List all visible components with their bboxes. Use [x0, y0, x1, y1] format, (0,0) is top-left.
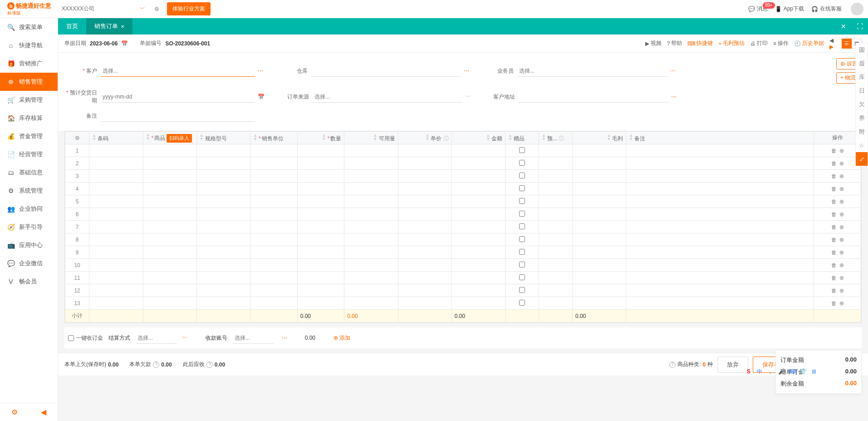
cell[interactable]: [297, 144, 344, 157]
cell[interactable]: [143, 144, 196, 157]
table-row[interactable]: 13🗑⊕: [65, 297, 861, 310]
sidebar-item[interactable]: ⌂快捷导航: [0, 36, 58, 54]
cell[interactable]: [451, 272, 505, 284]
cell[interactable]: [539, 246, 573, 259]
cell[interactable]: [451, 208, 505, 221]
cell[interactable]: [451, 144, 505, 157]
dock-item[interactable]: 欠: [856, 98, 868, 111]
cell[interactable]: [626, 233, 814, 246]
cell[interactable]: [626, 183, 814, 195]
table-row[interactable]: 8🗑⊕: [65, 233, 861, 246]
delete-icon[interactable]: 🗑: [831, 160, 837, 167]
sort-icon[interactable]: ▲▼: [508, 134, 512, 141]
delete-icon[interactable]: 🗑: [831, 148, 837, 154]
cell[interactable]: [451, 157, 505, 170]
cell[interactable]: [196, 246, 250, 259]
table-row[interactable]: 12🗑⊕: [65, 284, 861, 297]
cell[interactable]: [344, 144, 398, 157]
next-icon[interactable]: ▶: [829, 44, 834, 50]
cell[interactable]: [398, 157, 451, 170]
cell[interactable]: [196, 297, 250, 310]
sort-icon[interactable]: ▲▼: [322, 134, 326, 141]
cell[interactable]: [626, 144, 814, 157]
table-row[interactable]: 2🗑⊕: [65, 157, 861, 170]
cell[interactable]: [143, 246, 196, 259]
gift-checkbox[interactable]: [519, 287, 525, 293]
delete-icon[interactable]: 🗑: [831, 198, 837, 205]
tab[interactable]: 首页: [58, 18, 86, 35]
cell[interactable]: [344, 195, 398, 208]
copy-icon[interactable]: ⊕: [839, 237, 844, 243]
cell[interactable]: [250, 284, 298, 297]
cell[interactable]: [344, 259, 398, 272]
sidebar-item[interactable]: 📺应用中心: [0, 236, 58, 254]
cell[interactable]: [398, 284, 451, 297]
sidebar-item[interactable]: 🗂基础信息: [0, 163, 58, 182]
cell[interactable]: [196, 195, 250, 208]
dock-item[interactable]: ⤢: [856, 152, 868, 166]
cell[interactable]: [626, 170, 814, 183]
cell[interactable]: [196, 259, 250, 272]
cell[interactable]: [89, 157, 143, 170]
cell[interactable]: [143, 195, 196, 208]
one-click-deposit[interactable]: 一键收订金: [68, 334, 103, 342]
avatar[interactable]: [851, 3, 863, 15]
cell[interactable]: [297, 208, 344, 221]
order-source-input[interactable]: [313, 91, 462, 103]
info-icon[interactable]: ⓘ: [559, 135, 564, 142]
table-row[interactable]: 5🗑⊕: [65, 195, 861, 208]
sidebar-item[interactable]: 💰资金管理: [0, 127, 58, 145]
sort-icon[interactable]: ▲▼: [486, 134, 490, 141]
cell[interactable]: [451, 246, 505, 259]
close-icon[interactable]: ✕: [121, 24, 124, 29]
gift-checkbox[interactable]: [519, 198, 525, 204]
gift-checkbox[interactable]: [519, 211, 525, 217]
cell[interactable]: [398, 170, 451, 183]
cust-addr-input[interactable]: [519, 91, 668, 103]
cell[interactable]: [89, 208, 143, 221]
messages-link[interactable]: 💬 消息 99+: [748, 5, 768, 13]
gift-checkbox[interactable]: [519, 185, 525, 191]
ime-lang-icon[interactable]: 中: [755, 367, 764, 376]
cell[interactable]: [344, 170, 398, 183]
cell[interactable]: [398, 233, 451, 246]
cell[interactable]: [451, 170, 505, 183]
gift-checkbox[interactable]: [519, 262, 525, 267]
cell[interactable]: [626, 297, 814, 310]
gift-checkbox[interactable]: [519, 236, 525, 242]
cell[interactable]: [573, 170, 626, 183]
copy-icon[interactable]: ⊕: [839, 198, 844, 205]
scan-button[interactable]: 扫码录入: [167, 134, 192, 143]
cell[interactable]: [344, 157, 398, 170]
gift-checkbox[interactable]: [519, 160, 525, 166]
gift-checkbox[interactable]: [519, 300, 525, 306]
table-row[interactable]: 4🗑⊕: [65, 183, 861, 195]
cell[interactable]: [539, 259, 573, 272]
cell[interactable]: [89, 195, 143, 208]
cell[interactable]: [539, 233, 573, 246]
gift-checkbox[interactable]: [519, 173, 525, 178]
cell[interactable]: [539, 195, 573, 208]
copy-icon[interactable]: ⊕: [839, 275, 844, 281]
cell[interactable]: [143, 284, 196, 297]
delete-icon[interactable]: 🗑: [831, 275, 837, 281]
cell[interactable]: [89, 233, 143, 246]
cell[interactable]: [344, 233, 398, 246]
dock-item[interactable]: 附: [856, 125, 868, 139]
cell[interactable]: [196, 272, 250, 284]
ime-logo-icon[interactable]: S: [745, 367, 753, 376]
sidebar-item[interactable]: 📄经营管理: [0, 145, 58, 163]
cell[interactable]: [250, 183, 298, 195]
table-row[interactable]: 10🗑⊕: [65, 259, 861, 272]
cell[interactable]: [143, 272, 196, 284]
more-icon[interactable]: ⋯: [258, 68, 263, 74]
cell[interactable]: [89, 170, 143, 183]
cell[interactable]: [573, 144, 626, 157]
table-row[interactable]: 9🗑⊕: [65, 246, 861, 259]
sidebar-item[interactable]: 👥企业协同: [0, 200, 58, 218]
cell[interactable]: [89, 297, 143, 310]
ime-punct-icon[interactable]: ,: [766, 367, 775, 376]
sort-icon[interactable]: ▲▼: [92, 134, 96, 141]
help-icon[interactable]: ?: [206, 362, 213, 368]
cell[interactable]: [398, 195, 451, 208]
